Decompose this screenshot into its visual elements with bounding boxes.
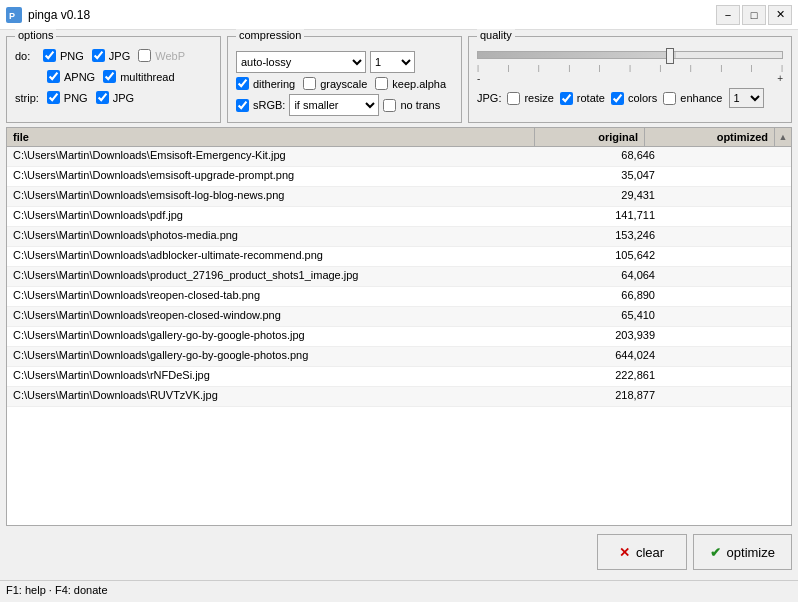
file-list-body[interactable]: C:\Users\Martin\Downloads\Emsisoft-Emerg… — [7, 147, 791, 525]
quality-plus[interactable]: + — [777, 73, 783, 84]
multithread-checkbox[interactable] — [103, 70, 116, 83]
colors-checkbox[interactable] — [611, 92, 624, 105]
enhance-checkbox[interactable] — [663, 92, 676, 105]
table-row[interactable]: C:\Users\Martin\Downloads\product_27196_… — [7, 267, 791, 287]
strip-png-group: PNG — [47, 91, 88, 104]
webp-checkbox[interactable] — [138, 49, 151, 62]
original-size-cell: 29,431 — [551, 187, 661, 206]
minimize-button[interactable]: − — [716, 5, 740, 25]
table-row[interactable]: C:\Users\Martin\Downloads\gallery-go-by-… — [7, 327, 791, 347]
enhance-group: enhance — [663, 92, 722, 105]
jpg-label: JPG: — [477, 92, 501, 104]
original-size-cell: 105,642 — [551, 247, 661, 266]
file-path-cell: C:\Users\Martin\Downloads\rNFDeSi.jpg — [7, 367, 551, 386]
close-button[interactable]: ✕ — [768, 5, 792, 25]
resize-checkbox[interactable] — [507, 92, 520, 105]
table-row[interactable]: C:\Users\Martin\Downloads\Emsisoft-Emerg… — [7, 147, 791, 167]
srgb-checkbox[interactable] — [236, 99, 249, 112]
jpg-level-select[interactable]: 1 2 3 — [729, 88, 764, 108]
strip-jpg-checkbox[interactable] — [96, 91, 109, 104]
original-size-cell: 68,646 — [551, 147, 661, 166]
status-bar: F1: help · F4: donate — [0, 580, 798, 602]
jpg-row: JPG: resize rotate colors — [477, 88, 783, 108]
srgb-row: sRGB: if smaller always never no trans — [236, 94, 453, 116]
file-path-cell: C:\Users\Martin\Downloads\pdf.jpg — [7, 207, 551, 226]
optimized-size-cell — [661, 227, 791, 246]
table-row[interactable]: C:\Users\Martin\Downloads\emsisoft-upgra… — [7, 167, 791, 187]
table-row[interactable]: C:\Users\Martin\Downloads\adblocker-ulti… — [7, 247, 791, 267]
clear-label: clear — [636, 545, 664, 560]
col-original-header[interactable]: original — [535, 128, 645, 146]
compression-level-select[interactable]: 1 2 3 4 5 — [370, 51, 415, 73]
grayscale-checkbox[interactable] — [303, 77, 316, 90]
enhance-label: enhance — [680, 92, 722, 104]
dithering-checkbox[interactable] — [236, 77, 249, 90]
strip-png-label: PNG — [64, 92, 88, 104]
quality-panel: quality | | | | | | | | — [468, 36, 792, 123]
quality-slider-container — [477, 51, 783, 59]
titlebar-controls: − □ ✕ — [716, 5, 792, 25]
compression-content: auto-lossy auto-lossless lossless lossy … — [236, 51, 453, 116]
png-checkbox-group: PNG — [43, 49, 84, 62]
original-size-cell: 203,939 — [551, 327, 661, 346]
png-checkbox[interactable] — [43, 49, 56, 62]
titlebar: P pinga v0.18 − □ ✕ — [0, 0, 798, 30]
file-path-cell: C:\Users\Martin\Downloads\reopen-closed-… — [7, 307, 551, 326]
quality-thumb[interactable] — [666, 48, 674, 64]
svg-text:P: P — [9, 11, 15, 21]
compression-method-select[interactable]: auto-lossy auto-lossless lossless lossy — [236, 51, 366, 73]
strip-row: strip: PNG JPG — [15, 91, 212, 104]
notrans-checkbox[interactable] — [383, 99, 396, 112]
file-path-cell: C:\Users\Martin\Downloads\Emsisoft-Emerg… — [7, 147, 551, 166]
table-row[interactable]: C:\Users\Martin\Downloads\emsisoft-log-b… — [7, 187, 791, 207]
optimized-size-cell — [661, 167, 791, 186]
file-path-cell: C:\Users\Martin\Downloads\RUVTzVK.jpg — [7, 387, 551, 406]
original-size-cell: 64,064 — [551, 267, 661, 286]
table-row[interactable]: C:\Users\Martin\Downloads\rNFDeSi.jpg222… — [7, 367, 791, 387]
optimized-size-cell — [661, 187, 791, 206]
jpg-checkbox[interactable] — [92, 49, 105, 62]
quality-minus[interactable]: - — [477, 73, 480, 84]
maximize-button[interactable]: □ — [742, 5, 766, 25]
table-row[interactable]: C:\Users\Martin\Downloads\gallery-go-by-… — [7, 347, 791, 367]
sort-indicator: ▲ — [779, 132, 788, 142]
optimized-size-cell — [661, 287, 791, 306]
resize-group: resize — [507, 92, 553, 105]
colors-group: colors — [611, 92, 657, 105]
optimized-size-cell — [661, 267, 791, 286]
compression-checkboxes-row1: dithering grayscale keep.alpha — [236, 77, 453, 90]
quality-minmax: - + — [477, 73, 783, 84]
srgb-select[interactable]: if smaller always never — [289, 94, 379, 116]
file-path-cell: C:\Users\Martin\Downloads\reopen-closed-… — [7, 287, 551, 306]
rotate-checkbox[interactable] — [560, 92, 573, 105]
clear-button[interactable]: ✕ clear — [597, 534, 687, 570]
original-size-cell: 218,877 — [551, 387, 661, 406]
table-row[interactable]: C:\Users\Martin\Downloads\RUVTzVK.jpg218… — [7, 387, 791, 407]
rotate-label: rotate — [577, 92, 605, 104]
file-path-cell: C:\Users\Martin\Downloads\product_27196_… — [7, 267, 551, 286]
col-file-header[interactable]: file — [7, 128, 535, 146]
main-content: options do: PNG JPG WebP — [0, 30, 798, 580]
clear-icon: ✕ — [619, 545, 630, 560]
file-path-cell: C:\Users\Martin\Downloads\adblocker-ulti… — [7, 247, 551, 266]
optimize-icon: ✔ — [710, 545, 721, 560]
apng-checkbox-group: APNG — [47, 70, 95, 83]
strip-png-checkbox[interactable] — [47, 91, 60, 104]
col-optimized-header[interactable]: optimized — [645, 128, 775, 146]
top-panels: options do: PNG JPG WebP — [6, 36, 792, 123]
table-row[interactable]: C:\Users\Martin\Downloads\pdf.jpg141,711 — [7, 207, 791, 227]
table-row[interactable]: C:\Users\Martin\Downloads\reopen-closed-… — [7, 307, 791, 327]
table-row[interactable]: C:\Users\Martin\Downloads\reopen-closed-… — [7, 287, 791, 307]
apng-checkbox[interactable] — [47, 70, 60, 83]
table-row[interactable]: C:\Users\Martin\Downloads\photos-media.p… — [7, 227, 791, 247]
do-row: do: PNG JPG WebP — [15, 49, 212, 62]
compression-title: compression — [236, 29, 304, 41]
file-list-container: file original optimized ▲ C:\Users\Marti… — [6, 127, 792, 526]
keepalpha-group: keep.alpha — [375, 77, 446, 90]
keepalpha-checkbox[interactable] — [375, 77, 388, 90]
app-icon: P — [6, 7, 22, 23]
quality-content: | | | | | | | | | | | - + JPG: — [477, 51, 783, 108]
multithread-checkbox-group: multithread — [103, 70, 174, 83]
optimize-button[interactable]: ✔ optimize — [693, 534, 792, 570]
app-title: pinga v0.18 — [28, 8, 90, 22]
